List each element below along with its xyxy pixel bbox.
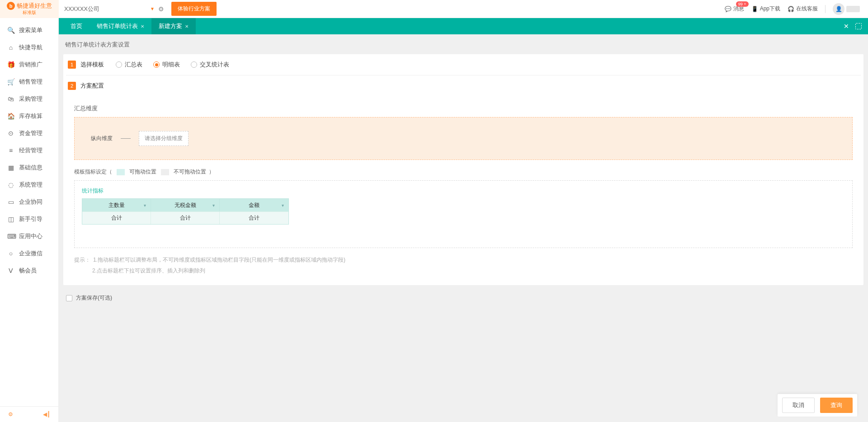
home-icon: ⌂ <box>7 44 14 51</box>
query-button[interactable]: 查询 <box>820 398 853 413</box>
close-icon[interactable]: ✕ <box>141 24 144 29</box>
tab-new-plan[interactable]: 新建方案✕ <box>151 18 196 34</box>
radio-detail[interactable]: 明细表 <box>153 61 180 69</box>
radio-summary[interactable]: 汇总表 <box>116 61 142 69</box>
avatar-icon: 👤 <box>833 3 844 15</box>
metric-header-notax[interactable]: 无税金额▾ <box>151 199 220 211</box>
sidebar-item-label: 采购管理 <box>19 95 42 103</box>
config-panel: 1 选择模板 汇总表 明细表 交叉统计表 2 方案配置 <box>63 54 863 285</box>
sidebar-item-basedata[interactable]: ▦基础信息 <box>0 159 58 176</box>
tab-sales-order-stats[interactable]: 销售订单统计表✕ <box>90 18 151 34</box>
metric-header-qty[interactable]: 主数量▾ <box>82 199 151 211</box>
sidebar-item-marketing[interactable]: 🎁营销推广 <box>0 56 58 73</box>
sidebar-item-newbie[interactable]: ◫新手引导 <box>0 211 58 228</box>
logo[interactable]: b 畅捷通好生意 标准版 <box>0 0 59 18</box>
metrics-header-row: 主数量▾ 无税金额▾ 金额▾ <box>82 199 288 211</box>
metrics-table: 主数量▾ 无税金额▾ 金额▾ 合计 合计 合计 <box>82 198 289 225</box>
legend-fixed-label: 不可拖动位置 <box>174 168 206 176</box>
sidebar-item-label: 畅会员 <box>19 267 37 275</box>
movable-swatch-icon <box>117 169 125 175</box>
company-selector[interactable]: XXXXXX公司 ▼ <box>64 5 155 13</box>
radio-icon <box>116 61 122 68</box>
online-service-link[interactable]: 🎧 在线客服 <box>788 5 818 13</box>
metrics-title: 统计指标 <box>82 187 845 195</box>
user-menu[interactable]: 👤 <box>833 3 860 15</box>
sidebar-item-label: 销售管理 <box>19 78 42 86</box>
settings-icon[interactable]: ⚙ <box>158 5 164 13</box>
vertical-dim-label: 纵向维度 <box>91 135 113 142</box>
tips: 提示：1.拖动标题栏可以调整布局，不可跨维度或指标区域拖动栏目字段(只能在同一维… <box>74 254 853 276</box>
circle-icon: ◌ <box>7 181 14 188</box>
legend-suffix: ） <box>209 168 214 176</box>
logo-badge-icon: b <box>7 2 15 10</box>
sidebar-settings-icon[interactable]: ⚙ <box>8 411 13 417</box>
sidebar-item-quicknav[interactable]: ⌂快捷导航 <box>0 39 58 56</box>
gift-icon: 🎁 <box>7 61 14 68</box>
radio-label: 交叉统计表 <box>200 61 229 69</box>
close-icon[interactable]: ✕ <box>185 24 189 29</box>
tab-home[interactable]: 首页 <box>63 18 90 34</box>
messages-badge: 99 + <box>736 1 749 7</box>
search-icon: 🔍 <box>7 27 14 34</box>
sidebar-item-system[interactable]: ◌系统管理 <box>0 176 58 193</box>
sidebar-item-member[interactable]: Ⅴ畅会员 <box>0 262 58 279</box>
money-icon: ⊙ <box>7 130 14 137</box>
sidebar-list: 🔍搜索菜单 ⌂快捷导航 🎁营销推广 🛒销售管理 🛍采购管理 🏠库存核算 ⊙资金管… <box>0 18 58 406</box>
online-service-label: 在线客服 <box>796 5 818 13</box>
guide-icon: ◫ <box>7 216 14 223</box>
sidebar-item-label: 应用中心 <box>19 232 42 240</box>
save-option-label: 方案保存(可选) <box>76 294 112 302</box>
page-title: 销售订单统计表方案设置 <box>65 41 863 49</box>
metric-total-cell: 合计 <box>82 211 151 224</box>
sidebar-item-collab[interactable]: ▭企业协同 <box>0 193 58 211</box>
sidebar-item-label: 快捷导航 <box>19 43 42 52</box>
sidebar-item-label: 系统管理 <box>19 181 42 189</box>
cancel-button[interactable]: 取消 <box>782 398 815 413</box>
sidebar-item-business[interactable]: ≡经营管理 <box>0 142 58 159</box>
metric-header-label: 主数量 <box>108 202 125 209</box>
sidebar-item-label: 营销推广 <box>19 61 42 69</box>
sidebar-item-label: 新手引导 <box>19 215 42 223</box>
app-download-label: App下载 <box>760 5 780 13</box>
sidebar-item-sales[interactable]: 🛒销售管理 <box>0 73 58 90</box>
logo-subtext: 标准版 <box>23 9 36 16</box>
dimension-select[interactable]: 请选择分组维度 <box>139 131 189 146</box>
experience-plan-button[interactable]: 体验行业方案 <box>171 2 217 16</box>
save-checkbox[interactable] <box>66 295 72 301</box>
messages-link[interactable]: 💬 消息 99 + <box>725 5 744 13</box>
step2-number: 2 <box>68 82 76 90</box>
sidebar-item-label: 基础信息 <box>19 164 42 172</box>
sidebar-item-label: 资金管理 <box>19 129 42 137</box>
message-icon: 💬 <box>725 6 731 12</box>
company-name: XXXXXX公司 <box>64 5 99 13</box>
radio-label: 明细表 <box>162 61 180 69</box>
chevron-down-icon: ▾ <box>212 203 215 208</box>
step1-number: 1 <box>68 61 76 69</box>
tab-label: 首页 <box>71 22 82 30</box>
sidebar-item-purchase[interactable]: 🛍采购管理 <box>0 90 58 108</box>
sidebar-item-finance[interactable]: ⊙资金管理 <box>0 125 58 142</box>
sidebar-item-label: 企业协同 <box>19 198 42 206</box>
metric-header-label: 无税金额 <box>175 202 196 209</box>
radio-cross[interactable]: 交叉统计表 <box>191 61 229 69</box>
save-option-row[interactable]: 方案保存(可选) <box>63 290 863 306</box>
metric-header-label: 金额 <box>249 202 259 209</box>
template-radio-group: 汇总表 明细表 交叉统计表 <box>116 61 229 69</box>
sidebar-item-search[interactable]: 🔍搜索菜单 <box>0 22 58 39</box>
tabs-close-all-icon[interactable]: ✕ <box>844 23 849 30</box>
tab-label: 销售订单统计表 <box>97 22 138 30</box>
chevron-down-icon: ▼ <box>150 6 155 11</box>
sidebar-collapse-icon[interactable]: ◀┃ <box>43 411 50 417</box>
step1-row: 1 选择模板 汇总表 明细表 交叉统计表 <box>66 54 861 75</box>
sidebar-item-wecom[interactable]: ○企业微信 <box>0 245 58 262</box>
apps-icon: ⌨ <box>7 233 14 240</box>
metrics-box: 统计指标 主数量▾ 无税金额▾ 金额▾ 合计 合计 <box>74 180 853 248</box>
sidebar-item-appcenter[interactable]: ⌨应用中心 <box>0 228 58 245</box>
radio-label: 汇总表 <box>125 61 142 69</box>
sidebar-footer: ⚙ ◀┃ <box>0 406 58 422</box>
sidebar-item-inventory[interactable]: 🏠库存核算 <box>0 108 58 125</box>
fullscreen-icon[interactable] <box>855 23 862 29</box>
app-download-link[interactable]: 📱 App下载 <box>751 5 780 13</box>
legend-movable-label: 可拖动位置 <box>129 168 156 176</box>
metric-header-amount[interactable]: 金额▾ <box>220 199 288 211</box>
